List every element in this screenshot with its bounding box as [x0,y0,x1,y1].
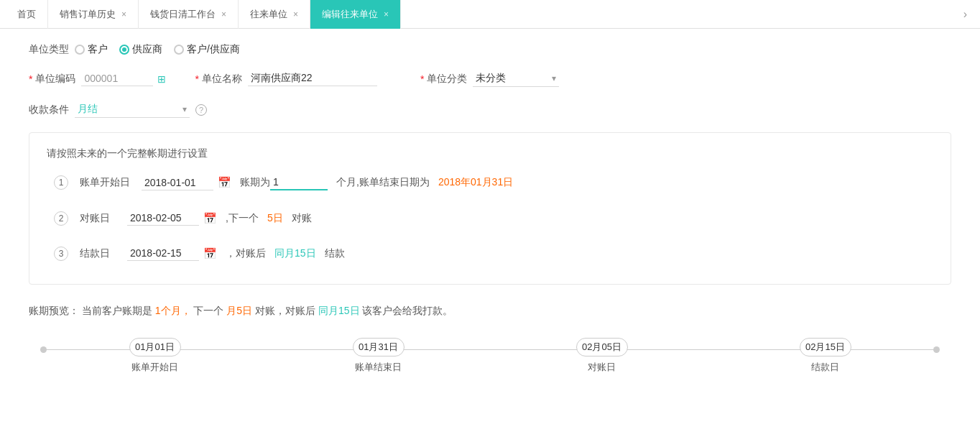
reconcile-date-calendar-icon[interactable]: 📅 [203,212,217,225]
copy-icon[interactable]: ⊞ [157,73,166,85]
payment-condition-arrow: ▾ [182,104,187,114]
radio-supplier[interactable]: 供应商 [119,43,162,56]
payment-highlight: 同月15日 [274,247,316,260]
timeline-node-2-circle: 01月31日 [353,338,405,356]
payment-desc-pre: ，对账后 [226,247,266,260]
unit-category-value: 未分类 [476,72,546,85]
payment-condition-value: 月结 [78,103,177,116]
unit-code-input[interactable] [81,71,153,86]
timeline-node-4-date: 02月15日 [805,341,845,354]
setting-row-1: 1 账单开始日 📅 账期为 个月,账单结束日期为 2018年01月31日 [47,175,933,190]
tab-partner-unit-close[interactable]: × [293,9,298,19]
timeline-node-2-label: 账单结束日 [355,361,402,374]
start-date-input[interactable] [142,175,213,190]
payment-desc-post: 结款 [325,247,345,260]
preview-highlight3: 同月15日 [318,305,360,316]
reconcile-desc-post: 对账 [292,212,312,225]
preview-highlight1: 1个月， [155,305,191,316]
reconcile-date-input[interactable] [127,211,199,226]
setting-row-3: 3 结款日 📅 ，对账后 同月15日 结款 [47,246,933,261]
tab-sales-order-close[interactable]: × [121,9,126,19]
tab-edit-partner-unit[interactable]: 编辑往来单位 × [310,0,401,29]
timeline-node-2: 01月31日 账单结束日 [353,338,405,374]
payment-condition-help[interactable]: ? [195,104,207,116]
payment-condition-item: 收款条件 月结 ▾ ? [29,101,207,118]
preview-text-pre: 当前客户账期是 [82,305,152,316]
tab-bar: 首页 销售订单历史 × 钱货日清工作台 × 往来单位 × 编辑往来单位 × › [0,0,980,29]
timeline-node-4: 02月15日 结款日 [800,338,851,374]
unit-code-item: * 单位编码 ⊞ [29,71,166,86]
period-input[interactable] [270,175,328,190]
unit-category-item: * 单位分类 未分类 ▾ [420,70,559,87]
tab-cash-clearance-close[interactable]: × [221,9,226,19]
preview-highlight2: 月5日 [226,305,252,316]
timeline-right-dot [933,346,940,353]
radio-customer-circle [75,45,85,55]
setting-row-2: 2 对账日 📅 ,下一个 5日 对账 [47,211,933,226]
unit-name-item: * 单位名称 [195,71,376,86]
setting-label-3: 结款日 [80,247,116,260]
timeline-node-3-date: 02月05日 [582,341,621,354]
tab-expand-icon[interactable]: › [956,8,974,21]
timeline-node-1: 01月01日 账单开始日 [129,338,181,374]
setting-num-1: 1 [54,175,68,190]
setting-num-2: 2 [54,211,68,226]
tab-sales-order[interactable]: 销售订单历史 × [48,0,139,29]
reconcile-highlight: 5日 [267,212,283,225]
unit-category-label: 单位分类 [427,73,467,86]
tab-edit-partner-unit-close[interactable]: × [384,9,389,19]
settings-title: 请按照未来的一个完整帐期进行设置 [47,147,933,160]
timeline-node-1-label: 账单开始日 [131,361,178,374]
start-date-calendar-icon[interactable]: 📅 [218,176,231,189]
payment-condition-row: 收款条件 月结 ▾ ? [29,101,951,118]
tab-home-label: 首页 [17,8,36,21]
radio-customer-label: 客户 [88,43,108,56]
tab-cash-clearance[interactable]: 钱货日清工作台 × [139,0,239,29]
unit-info-row: * 单位编码 ⊞ * 单位名称 * 单位分类 未分类 ▾ [29,70,951,87]
unit-type-row: 单位类型 客户 供应商 客户/供应商 [29,43,951,56]
tab-partner-unit-label: 往来单位 [250,8,287,21]
tab-edit-partner-unit-label: 编辑往来单位 [322,8,378,21]
preview-section: 账期预览： 当前客户账期是 1个月， 下一个 月5日 对账，对账后 同月15日 … [29,296,951,382]
radio-both-circle [174,45,184,55]
preview-text-mid2: 对账，对账后 [255,305,315,316]
timeline-node-4-circle: 02月15日 [800,338,851,356]
radio-customer[interactable]: 客户 [75,43,108,56]
timeline-left-dot [40,346,47,353]
radio-supplier-circle [119,45,129,55]
radio-supplier-label: 供应商 [132,43,162,56]
tab-sales-order-label: 销售订单历史 [60,8,116,21]
unit-category-select[interactable]: 未分类 ▾ [473,70,559,87]
payment-condition-select[interactable]: 月结 ▾ [75,101,190,118]
timeline-node-3-circle: 02月05日 [576,338,628,356]
unit-type-label: 单位类型 [29,43,69,56]
timeline-node-1-circle: 01月01日 [129,338,181,356]
setting-label-1: 账单开始日 [80,176,130,189]
unit-code-required: * [29,73,32,85]
unit-category-required: * [420,73,424,85]
tab-cash-clearance-label: 钱货日清工作台 [150,8,216,21]
reconcile-desc-pre: ,下一个 [226,212,259,225]
unit-name-input[interactable] [248,71,377,86]
preview-text: 账期预览： 当前客户账期是 1个月， 下一个 月5日 对账，对账后 同月15日 … [29,305,951,318]
timeline-node-1-date: 01月01日 [135,341,175,354]
settings-panel: 请按照未来的一个完整帐期进行设置 1 账单开始日 📅 账期为 个月,账单结束日期… [29,132,951,285]
radio-both[interactable]: 客户/供应商 [174,43,240,56]
period-desc-pre: 账期为 [240,176,270,189]
timeline-node-3-label: 对账日 [588,361,616,374]
unit-type-radio-group: 客户 供应商 客户/供应商 [75,43,240,56]
preview-text-post: 该客户会给我打款。 [362,305,453,316]
unit-name-required: * [195,73,198,85]
setting-num-3: 3 [54,247,68,261]
payment-date-calendar-icon[interactable]: 📅 [203,247,217,260]
timeline-node-2-date: 01月31日 [359,341,398,354]
tab-home[interactable]: 首页 [6,0,48,29]
main-content: 单位类型 客户 供应商 客户/供应商 * 单位编码 [0,29,980,437]
timeline-node-4-label: 结款日 [811,361,839,374]
radio-both-label: 客户/供应商 [187,43,240,56]
timeline-container: 01月01日 账单开始日 01月31日 账单结束日 02月05日 对账日 [29,335,951,374]
tab-partner-unit[interactable]: 往来单位 × [239,0,310,29]
unit-type-item: 单位类型 客户 供应商 客户/供应商 [29,43,240,56]
payment-date-input[interactable] [127,246,199,261]
setting-label-2: 对账日 [80,212,116,225]
